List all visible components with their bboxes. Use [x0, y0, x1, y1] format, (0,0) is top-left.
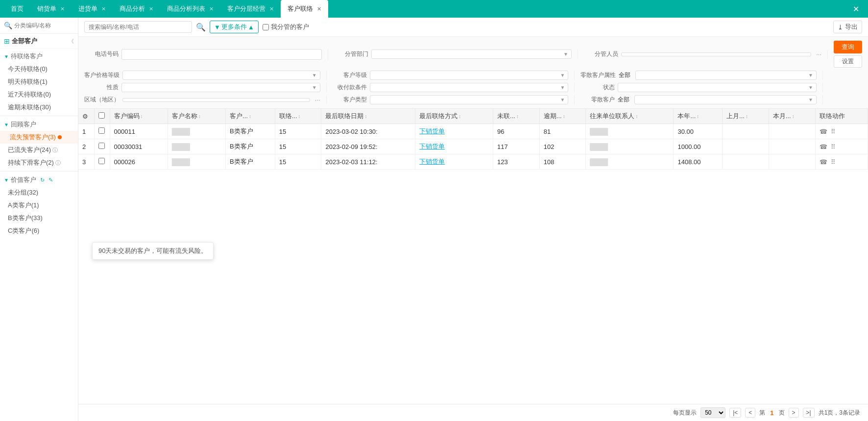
page-next-button[interactable]: >: [789, 408, 799, 418]
customer-type-select[interactable]: ▼: [370, 95, 569, 104]
scatter-attr-select[interactable]: ▼: [635, 71, 817, 80]
nav-tab-customer-contact[interactable]: 客户联络 ✕: [281, 0, 328, 18]
export-button[interactable]: ⤓ 导出: [833, 21, 862, 33]
page-last-button[interactable]: >|: [803, 408, 815, 418]
close-icon[interactable]: ✕: [60, 0, 65, 18]
th-checkbox[interactable]: [94, 109, 110, 124]
sidebar-item-overdue[interactable]: 逾期未联络(30): [0, 101, 78, 114]
page-prev-button[interactable]: <: [745, 408, 755, 418]
th-uncontacted[interactable]: 未联...↕: [493, 109, 540, 124]
row-checkbox[interactable]: [98, 127, 105, 134]
th-last-contact-method[interactable]: 最后联络方式↕: [415, 109, 493, 124]
th-type[interactable]: 客户...↕: [226, 109, 275, 124]
phone-input[interactable]: [121, 49, 322, 60]
sidebar-item-class-b[interactable]: B类客户(33): [0, 212, 78, 224]
th-code[interactable]: 客户编码↕: [110, 109, 168, 124]
global-close-button[interactable]: ✕: [848, 4, 864, 14]
cell-overdue: 108: [539, 154, 586, 170]
sidebar-item-churn-warning[interactable]: 流失预警客户(3): [0, 131, 78, 144]
cell-last-contact-method[interactable]: 下销货单: [415, 139, 493, 154]
th-settings[interactable]: ⚙: [78, 109, 94, 124]
cell-action[interactable]: ☎ ⠿: [815, 139, 868, 154]
my-customers-checkbox-label[interactable]: 我分管的客户: [263, 23, 309, 31]
row-checkbox[interactable]: [98, 158, 105, 164]
payment-select[interactable]: ▼: [370, 83, 569, 92]
nav-home[interactable]: 首页: [4, 0, 30, 18]
cell-this-year: 30.00: [674, 124, 723, 139]
cell-last-contact-method[interactable]: 下销货单: [415, 124, 493, 139]
sidebar-item-class-c[interactable]: C类客户(6): [0, 224, 78, 237]
my-customers-checkbox[interactable]: [263, 24, 269, 30]
table-row: 3 000026 ████ B类客户 15 2023-02-03 11:12: …: [78, 154, 868, 170]
th-overdue[interactable]: 逾期...↕: [539, 109, 586, 124]
th-this-month[interactable]: 本月...↕: [769, 109, 815, 124]
nav-tab-salesorder[interactable]: 销货单 ✕: [30, 0, 72, 18]
dept-select[interactable]: ▼: [371, 50, 572, 59]
sidebar-item-unclassified[interactable]: 未分组(32): [0, 186, 78, 199]
th-last-contact-date[interactable]: 最后联络日期↕: [321, 109, 415, 124]
filter-bar: 🔍 ▼ 更多条件 ▲ 我分管的客户 ⤓ 导出: [78, 18, 868, 37]
main-search-input[interactable]: [84, 21, 192, 33]
sidebar-item-tomorrow[interactable]: 明天待联络(1): [0, 75, 78, 88]
refresh-icon[interactable]: ↻: [40, 177, 45, 183]
select-all-checkbox[interactable]: [98, 112, 105, 119]
close-icon[interactable]: ✕: [101, 0, 106, 18]
cell-checkbox[interactable]: [94, 124, 110, 139]
close-icon[interactable]: ✕: [269, 0, 274, 18]
more-conditions-button[interactable]: ▼ 更多条件 ▲: [210, 21, 259, 33]
sidebar-item-churned[interactable]: 已流失客户(24) ⓘ: [0, 144, 78, 156]
nav-tab-product-analysis[interactable]: 商品分析 ✕: [113, 0, 160, 18]
sidebar-item-declining[interactable]: 持续下滑客户(2) ⓘ: [0, 156, 78, 169]
person-select[interactable]: [621, 52, 811, 56]
all-customers-header[interactable]: ⊞ 全部客户 《: [0, 34, 78, 49]
scatter-customer-label: 零散客户: [580, 96, 615, 104]
edit-icon[interactable]: ✎: [48, 177, 53, 183]
sidebar-item-7days[interactable]: 近7天待联络(0): [0, 88, 78, 101]
close-icon[interactable]: ✕: [209, 0, 214, 18]
th-last-month[interactable]: 上月...↕: [723, 109, 769, 124]
cell-last-contact-method[interactable]: 下销货单: [415, 154, 493, 170]
main-search-button[interactable]: 🔍: [196, 23, 206, 32]
cell-checkbox[interactable]: [94, 154, 110, 170]
nav-tab-customer-segment[interactable]: 客户分层经营 ✕: [220, 0, 281, 18]
sidebar-search-input[interactable]: [14, 22, 74, 29]
nature-select[interactable]: ▼: [121, 83, 320, 92]
per-page-select[interactable]: 50 100: [700, 407, 725, 418]
contact-icon[interactable]: ☎: [820, 158, 827, 166]
th-contact[interactable]: 联络...↕: [275, 109, 321, 124]
grid-icon: ⊞: [4, 37, 10, 45]
row-checkbox[interactable]: [98, 143, 105, 149]
th-contact-person[interactable]: 往来单位联系人↕: [586, 109, 674, 124]
th-name[interactable]: 客户名称↕: [168, 109, 225, 124]
contact-icon[interactable]: ☎: [820, 143, 827, 150]
contact-icon[interactable]: ☎: [820, 128, 827, 135]
query-button[interactable]: 查询: [834, 41, 862, 53]
more-actions-icon[interactable]: ⠿: [831, 158, 836, 166]
more-icon[interactable]: ···: [816, 50, 821, 58]
close-icon[interactable]: ✕: [149, 0, 153, 18]
cell-action[interactable]: ☎ ⠿: [815, 124, 868, 139]
cell-uncontacted: 96: [493, 124, 540, 139]
close-icon[interactable]: ✕: [317, 0, 321, 18]
more-actions-icon[interactable]: ⠿: [831, 143, 836, 150]
scatter-customer-select[interactable]: ▼: [634, 95, 817, 104]
nav-tab-product-analysis-list[interactable]: 商品分析列表 ✕: [160, 0, 220, 18]
cell-checkbox[interactable]: [94, 139, 110, 154]
cell-type: B类客户: [226, 139, 275, 154]
more-actions-icon[interactable]: ⠿: [831, 128, 836, 135]
sidebar-item-class-a[interactable]: A类客户(1): [0, 199, 78, 212]
price-level-select[interactable]: ▼: [122, 71, 320, 80]
cell-last-contact-date: 2023-03-02 10:30:: [321, 124, 415, 139]
settings-button[interactable]: 设置: [834, 55, 862, 68]
region-select[interactable]: [122, 98, 310, 102]
customer-level-select[interactable]: ▼: [370, 71, 569, 80]
nav-tab-purchaseorder[interactable]: 进货单 ✕: [72, 0, 113, 18]
th-this-year[interactable]: 本年...↕: [674, 109, 723, 124]
more-icon[interactable]: ···: [315, 96, 320, 103]
cell-code: 000026: [110, 154, 168, 170]
page-first-button[interactable]: |<: [729, 408, 741, 418]
sidebar-item-today[interactable]: 今天待联络(0): [0, 63, 78, 75]
status-select[interactable]: ▼: [618, 83, 817, 92]
cell-action[interactable]: ☎ ⠿: [815, 154, 868, 170]
cell-last-contact-date: 2023-02-03 11:12:: [321, 154, 415, 170]
